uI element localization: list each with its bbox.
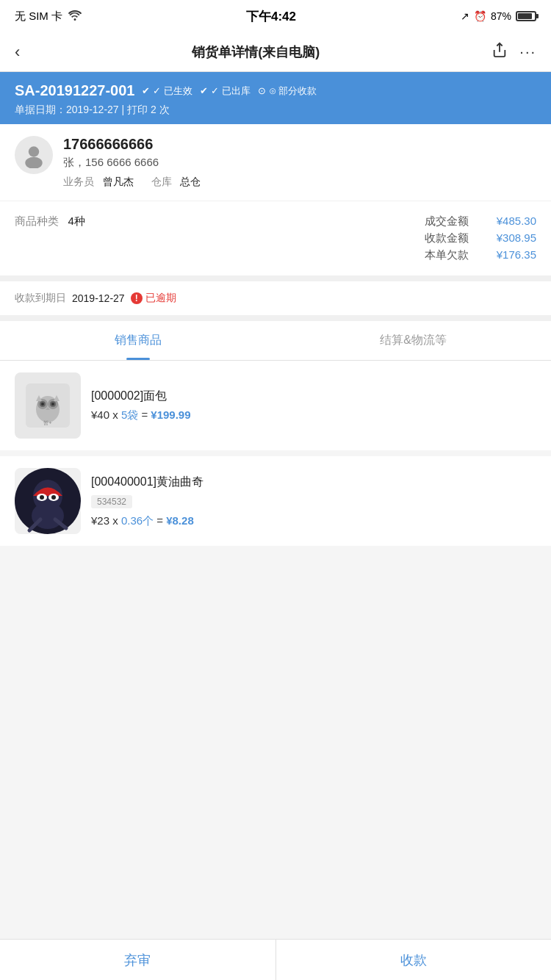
battery-percent: 87% xyxy=(491,10,511,22)
salesman-label: 业务员 xyxy=(63,176,94,187)
bottom-actions: 弃审 收款 xyxy=(0,939,551,980)
received-row: 收款金额 ¥308.95 xyxy=(425,231,536,245)
customer-section: 17666666666 张，156 6666 6666 业务员 曾凡杰 仓库 总… xyxy=(0,124,551,201)
product-types-value: 4种 xyxy=(68,215,85,227)
received-label: 收款金额 xyxy=(425,231,469,245)
nav-actions: ··· xyxy=(491,42,536,62)
share-icon[interactable] xyxy=(491,42,508,62)
price-total-1: ¥199.99 xyxy=(151,408,190,421)
badge-delivered: ✔ ✓ 已出库 xyxy=(200,84,251,98)
tab-sales[interactable]: 销售商品 xyxy=(0,321,276,360)
due-date-value: 2019-12-27 xyxy=(72,292,125,304)
customer-name: 张，156 6666 6666 xyxy=(63,156,536,170)
product-thumb-1: 暂+ xyxy=(15,372,81,439)
check-icon-2: ✔ xyxy=(200,85,208,96)
customer-avatar xyxy=(15,136,53,174)
price-base-2: ¥23 xyxy=(91,514,109,527)
tabs-section: 销售商品 结算&物流等 xyxy=(0,321,551,361)
amounts: 成交金额 ¥485.30 收款金额 ¥308.95 本单欠款 ¥176.35 xyxy=(425,215,536,262)
svg-point-1 xyxy=(25,157,42,168)
product-item-2: [000400001]黄油曲奇 534532 ¥23 x 0.36个 = ¥8.… xyxy=(0,456,551,546)
owed-value: ¥176.35 xyxy=(478,248,536,262)
tab-settlement[interactable]: 结算&物流等 xyxy=(276,321,551,360)
check-icon-1: ✔ xyxy=(142,85,150,96)
product-item: 暂+ [0000002]面包 ¥40 x 5袋 = ¥199.99 xyxy=(0,361,551,450)
warehouse-info: 仓库 总仓 xyxy=(151,176,201,189)
overdue-icon: ! xyxy=(131,292,143,304)
product-placeholder-1: 暂+ xyxy=(15,372,81,439)
back-button[interactable]: ‹ xyxy=(15,43,20,62)
price-total-2: ¥8.28 xyxy=(166,514,194,527)
customer-meta: 业务员 曾凡杰 仓库 总仓 xyxy=(63,176,536,189)
product-thumb-2 xyxy=(15,468,81,534)
product-types-label: 商品种类 xyxy=(15,215,59,227)
product-types: 商品种类 4种 xyxy=(15,215,85,228)
status-time: 下午4:42 xyxy=(246,8,296,25)
product-list: 暂+ [0000002]面包 ¥40 x 5袋 = ¥199.99 xyxy=(0,361,551,546)
due-date-label: 收款到期日 xyxy=(15,292,66,305)
overdue-badge: ! 已逾期 xyxy=(131,292,176,305)
deal-amount-row: 成交金额 ¥485.30 xyxy=(425,215,536,228)
salesman-info: 业务员 曾凡杰 xyxy=(63,176,134,189)
reject-button[interactable]: 弃审 xyxy=(0,940,276,980)
svg-text:暂+: 暂+ xyxy=(43,420,51,425)
product-info-1: [0000002]面包 ¥40 x 5袋 = ¥199.99 xyxy=(91,389,536,422)
header-banner: SA-20191227-001 ✔ ✓ 已生效 ✔ ✓ 已出库 ⊙ ⊙ 部分收款… xyxy=(0,72,551,124)
customer-id: 17666666666 xyxy=(63,136,536,153)
product-tag-2: 534532 xyxy=(91,495,132,508)
salesman-value: 曾凡杰 xyxy=(103,176,134,187)
owed-row: 本单欠款 ¥176.35 xyxy=(425,248,536,262)
alarm-icon: ⏰ xyxy=(474,10,486,22)
price-qty-1: 5袋 xyxy=(121,408,138,421)
wifi-icon xyxy=(68,10,82,23)
received-value: ¥308.95 xyxy=(478,231,536,245)
more-icon[interactable]: ··· xyxy=(519,43,536,60)
warehouse-value: 总仓 xyxy=(180,176,201,187)
product-name-2: [000400001]黄油曲奇 xyxy=(91,475,536,490)
badge-effective: ✔ ✓ 已生效 xyxy=(142,84,192,98)
product-price-1: ¥40 x 5袋 = ¥199.99 xyxy=(91,408,536,422)
svg-point-8 xyxy=(41,403,44,406)
deal-amount-value: ¥485.30 xyxy=(478,215,536,228)
product-info-2: [000400001]黄油曲奇 534532 ¥23 x 0.36个 = ¥8.… xyxy=(91,475,536,528)
overdue-label: 已逾期 xyxy=(145,292,176,305)
price-qty-2: 0.36个 xyxy=(121,514,154,527)
status-left: 无 SIM 卡 xyxy=(15,10,82,24)
owed-label: 本单欠款 xyxy=(425,248,469,262)
location-icon: ↗ xyxy=(461,10,469,22)
svg-point-18 xyxy=(40,495,44,500)
price-base-1: ¥40 xyxy=(91,408,109,421)
badge-partial: ⊙ ⊙ 部分收款 xyxy=(258,84,317,98)
carrier-text: 无 SIM 卡 xyxy=(15,10,62,24)
svg-point-0 xyxy=(29,146,39,156)
status-right: ↗ ⏰ 87% xyxy=(461,10,536,22)
svg-point-19 xyxy=(51,495,56,500)
product-name-1: [0000002]面包 xyxy=(91,389,536,404)
warehouse-label: 仓库 xyxy=(151,176,172,187)
customer-info: 17666666666 张，156 6666 6666 业务员 曾凡杰 仓库 总… xyxy=(63,136,536,189)
page-title: 销货单详情(来自电脑) xyxy=(192,43,320,61)
due-date-section: 收款到期日 2019-12-27 ! 已逾期 xyxy=(0,281,551,321)
svg-point-9 xyxy=(51,403,54,406)
stats-section: 商品种类 4种 成交金额 ¥485.30 收款金额 ¥308.95 本单欠款 ¥… xyxy=(0,201,551,281)
battery-icon xyxy=(516,11,536,21)
status-bar: 无 SIM 卡 下午4:42 ↗ ⏰ 87% xyxy=(0,0,551,32)
banner-top: SA-20191227-001 ✔ ✓ 已生效 ✔ ✓ 已出库 ⊙ ⊙ 部分收款 xyxy=(15,82,536,99)
collect-button[interactable]: 收款 xyxy=(276,940,552,980)
product-price-2: ¥23 x 0.36个 = ¥8.28 xyxy=(91,514,536,528)
clock-icon: ⊙ xyxy=(258,85,266,96)
deal-amount-label: 成交金额 xyxy=(425,215,469,228)
order-id: SA-20191227-001 xyxy=(15,82,134,99)
order-date: 单据日期：2019-12-27 | 打印 2 次 xyxy=(15,104,536,117)
nav-bar: ‹ 销货单详情(来自电脑) ··· xyxy=(0,32,551,72)
